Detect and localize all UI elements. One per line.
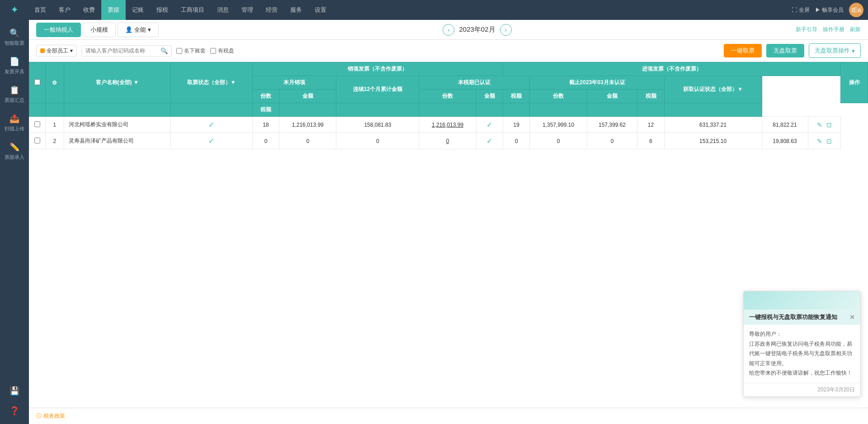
sidebar-item-invoice-summary[interactable]: 📋 票据汇总 bbox=[2, 81, 27, 107]
top-nav: ✦ 首页 客户 收费 票据 记账 报税 工商项目 消息 管理 经营 服务 设置 … bbox=[0, 0, 868, 20]
refresh-btn[interactable]: 刷新 bbox=[850, 26, 861, 33]
nav-service[interactable]: 服务 bbox=[284, 0, 308, 20]
row-sales-tax: 0 bbox=[336, 133, 419, 149]
th-blank-5 bbox=[279, 103, 336, 117]
th-cert-tax: 税额 bbox=[503, 90, 530, 103]
next-month-btn[interactable]: › bbox=[500, 24, 512, 36]
row-checkbox[interactable] bbox=[34, 138, 40, 143]
employee-chevron-icon: ▾ bbox=[70, 48, 73, 54]
row-actions: ✎ ⊡ bbox=[808, 133, 841, 149]
th-cumulative: 连续12个月累计金额 bbox=[336, 76, 419, 103]
tab-all[interactable]: 👤 全能 ▾ bbox=[118, 23, 159, 37]
nav-settings[interactable]: 设置 bbox=[308, 0, 333, 20]
prev-month-btn[interactable]: ‹ bbox=[443, 24, 454, 36]
row-cumulative: 0 bbox=[419, 133, 476, 149]
th-sales-tax: 税额 bbox=[252, 103, 279, 117]
row-company: 灵寿县尚泽矿产品有限公司 bbox=[64, 133, 170, 149]
sidebar-item-scan-upload[interactable]: 📤 扫描上传 bbox=[2, 110, 27, 136]
sidebar-item-smart-fetch[interactable]: 🔍 智能取票 bbox=[2, 24, 27, 50]
row-checkbox[interactable] bbox=[34, 121, 40, 127]
th-certified: 本税期已认证 bbox=[419, 76, 530, 90]
th-uncertified: 截止2023年03月未认证 bbox=[530, 76, 664, 90]
popup-wave-decoration bbox=[744, 291, 860, 310]
sidebar-item-invoice-entry[interactable]: ✏️ 票据录入 bbox=[2, 138, 27, 164]
invoice-open-icon: 📄 bbox=[9, 57, 19, 67]
table-row: 1 河北柯瑶桥实业有限公司 ✓ 18 1,216,013.99 158,081.… bbox=[29, 117, 868, 133]
notification-popup: 一键报税与无盘取票功能恢复通知 ✕ 尊敬的用户：江苏政务网已恢复访问电子税务局功… bbox=[743, 291, 861, 397]
nav-tax[interactable]: 报税 bbox=[150, 0, 175, 20]
sidebar-item-help[interactable]: ❓ bbox=[2, 402, 27, 419]
sidebar-item-invoice-open[interactable]: 📄 发票开具 bbox=[2, 53, 27, 79]
search-wrap: 🔍 bbox=[81, 45, 172, 57]
member-btn[interactable]: ▶ 畅享会员 bbox=[815, 6, 844, 14]
row-fetch-status: ✓ bbox=[170, 133, 252, 149]
one-click-fetch-btn[interactable]: 一键取票 bbox=[724, 44, 762, 57]
manual-btn[interactable]: 操作手册 bbox=[823, 26, 844, 33]
edit-icon[interactable]: ✎ bbox=[817, 121, 822, 129]
th-uncert-count: 份数 bbox=[530, 90, 587, 103]
employee-selector[interactable]: 全部员工 ▾ bbox=[36, 45, 77, 57]
th-monthly-sales: 本月销项 bbox=[252, 76, 336, 90]
tax-policy-link[interactable]: 税务政策 bbox=[43, 412, 65, 420]
copy-icon[interactable]: ⊡ bbox=[826, 138, 832, 145]
sidebar: 🔍 智能取票 📄 发票开具 📋 票据汇总 📤 扫描上传 ✏️ 票据录入 💾 ❓ bbox=[0, 20, 29, 424]
copy-icon[interactable]: ⊡ bbox=[826, 121, 832, 129]
all-tab-icon: 👤 bbox=[125, 26, 132, 33]
th-blank-11 bbox=[587, 103, 637, 117]
tabs-row: 一般纳税人 小规模 👤 全能 ▾ ‹ 2023年02月 › 新手引导 操作手册 … bbox=[29, 20, 868, 40]
nav-customer[interactable]: 客户 bbox=[52, 0, 77, 20]
new-user-guide-btn[interactable]: 新手引导 bbox=[796, 26, 817, 33]
sidebar-label-smart-fetch: 智能取票 bbox=[5, 40, 24, 47]
chevron-down-icon: ▾ bbox=[148, 26, 151, 33]
th-cert-amount: 金额 bbox=[476, 90, 503, 103]
save-icon: 💾 bbox=[9, 386, 19, 396]
nav-operation[interactable]: 经营 bbox=[259, 0, 284, 20]
bottom-bar: ⓘ 税务政策 bbox=[29, 408, 868, 424]
checkbox-account[interactable]: 名下账套 bbox=[176, 47, 206, 55]
th-blank-10 bbox=[530, 103, 587, 117]
smart-fetch-icon: 🔍 bbox=[9, 28, 19, 38]
table-container: ⚙ 客户名称(全部) ▼ 取票状态（全部）▼ 销项发票（不含作废票） 进项发票（… bbox=[29, 62, 868, 408]
checkbox-account-input[interactable] bbox=[176, 48, 182, 54]
th-blank-12 bbox=[637, 103, 664, 117]
th-uncert-tax: 税额 bbox=[637, 90, 664, 103]
popup-body: 尊敬的用户：江苏政务网已恢复访问电子税务局功能，易代账一键登陆电子税务局与无盘取… bbox=[744, 325, 860, 383]
no-disk-fetch-btn[interactable]: 无盘取票 bbox=[766, 44, 804, 57]
row-sales-count: 18 bbox=[252, 117, 279, 133]
content-area: 一般纳税人 小规模 👤 全能 ▾ ‹ 2023年02月 › 新手引导 操作手册 … bbox=[29, 20, 868, 424]
popup-footer: 2023年3月20日 bbox=[744, 383, 860, 396]
fullscreen-btn[interactable]: ⛶ 全屏 bbox=[792, 6, 809, 14]
checkbox-tax-disk[interactable]: 有税盘 bbox=[210, 47, 234, 55]
th-blank-13 bbox=[664, 103, 762, 117]
nav-home[interactable]: 首页 bbox=[28, 0, 52, 20]
row-uncert-amount: 153,215.10 bbox=[664, 133, 762, 149]
sidebar-bottom: 💾 ❓ bbox=[2, 382, 27, 424]
no-disk-ops-btn[interactable]: 无盘取票操作 ▾ bbox=[809, 43, 861, 58]
avatar[interactable]: tEa bbox=[849, 3, 863, 17]
popup-close-btn[interactable]: ✕ bbox=[849, 314, 855, 321]
sidebar-item-save[interactable]: 💾 bbox=[2, 382, 27, 400]
nav-items: 首页 客户 收费 票据 记账 报税 工商项目 消息 管理 经营 服务 设置 bbox=[28, 0, 792, 20]
nav-bookkeeping[interactable]: 记账 bbox=[126, 0, 150, 20]
nav-invoice[interactable]: 票据 bbox=[101, 0, 126, 20]
th-sales-amount: 金额 bbox=[279, 90, 336, 103]
nav-billing[interactable]: 收费 bbox=[77, 0, 101, 20]
row-sales-count: 0 bbox=[252, 133, 279, 149]
th-company: 客户名称(全部) ▼ bbox=[64, 62, 170, 103]
tab-general-taxpayer[interactable]: 一般纳税人 bbox=[36, 23, 81, 37]
th-operation: 操作 bbox=[841, 62, 868, 103]
toolbar: 全部员工 ▾ 🔍 名下账套 有税盘 一键取票 无盘取票 无盘取票操作 ▾ bbox=[29, 40, 868, 62]
nav-manage[interactable]: 管理 bbox=[235, 0, 259, 20]
tab-small-scale[interactable]: 小规模 bbox=[83, 23, 116, 37]
checkbox-tax-disk-input[interactable] bbox=[210, 48, 216, 54]
search-button[interactable]: 🔍 bbox=[157, 46, 172, 56]
sidebar-label-invoice-summary: 票据汇总 bbox=[5, 97, 24, 104]
row-uncert-count: 12 bbox=[637, 117, 664, 133]
edit-icon[interactable]: ✎ bbox=[817, 138, 822, 145]
row-cert-amount: 0 bbox=[530, 133, 587, 149]
nav-message[interactable]: 消息 bbox=[211, 0, 235, 20]
nav-business[interactable]: 工商项目 bbox=[175, 0, 211, 20]
th-uncert-amount: 金额 bbox=[587, 90, 637, 103]
select-all-checkbox[interactable] bbox=[34, 79, 40, 85]
search-input[interactable] bbox=[82, 46, 157, 56]
